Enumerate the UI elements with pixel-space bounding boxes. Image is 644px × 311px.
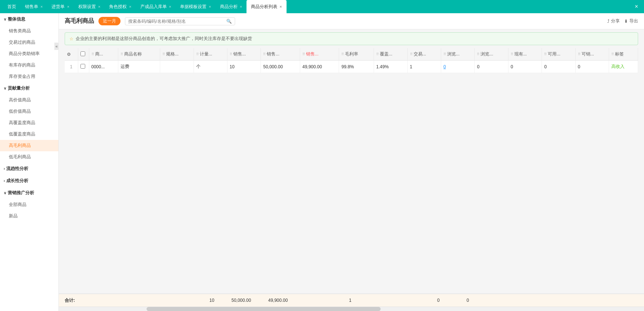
col-settings[interactable]: ⚙ xyxy=(65,48,78,61)
col-salable-stock: ⠿可销... xyxy=(575,48,609,61)
sidebar-item-high-coverage[interactable]: 高覆盖度商品 xyxy=(0,117,58,129)
export-button[interactable]: ⬇ 导出 xyxy=(624,18,638,24)
col-coverage: ⠿覆盖... xyxy=(374,48,407,61)
sidebar-group-trend[interactable]: › 流趋性分析 xyxy=(0,163,58,175)
footer-sales-qty-val: 10 xyxy=(207,298,229,303)
sidebar-item-high-value[interactable]: 高价值商品 xyxy=(0,94,58,106)
table-wrapper[interactable]: ⚙ ⠿商... ⠿商品名称 ⠿规格... ⠿计量... ⠿销售... ⠿销售..… xyxy=(59,48,644,293)
cell-tag: 高收入 xyxy=(609,61,638,73)
close-roles[interactable]: × xyxy=(129,4,131,9)
sidebar-item-in-stock[interactable]: 有库存的商品 xyxy=(0,59,58,71)
nav-finished-goods[interactable]: 产成品入库单 × xyxy=(136,0,176,13)
sidebar-item-low-value[interactable]: 低价值商品 xyxy=(0,106,58,117)
nav-roles[interactable]: 角色授权 × xyxy=(105,0,136,13)
header-actions: ⤴ 分享 ⬇ 导出 xyxy=(607,18,638,24)
sidebar-item-sales-goods[interactable]: 销售类商品 xyxy=(0,25,58,37)
nav-product-analysis[interactable]: 商品分析 × xyxy=(216,0,247,13)
close-product-analysis[interactable]: × xyxy=(240,4,242,9)
top-navigation: 首页 销售单 × 进货单 × 权限设置 × 角色授权 × 产成品入库单 × 单据… xyxy=(0,0,644,13)
sidebar-item-high-margin[interactable]: 高毛利商品 xyxy=(0,140,58,151)
arrow-icon-4: › xyxy=(4,179,5,183)
nav-template-settings[interactable]: 单据模板设置 × xyxy=(176,0,215,13)
sidebar-item-new-products[interactable]: 新品 xyxy=(0,210,58,222)
sidebar-item-low-coverage[interactable]: 低覆盖度商品 xyxy=(0,129,58,140)
tip-bar: ☆ 企业的主要的利润都是这部分商品创造的，可考虑加大推广，同时关注库存是不要出现… xyxy=(65,32,638,45)
arrow-icon-2: ∨ xyxy=(4,86,6,90)
search-box: 🔍 xyxy=(125,17,235,25)
footer-spacer2 xyxy=(376,298,406,303)
footer-available-stock: 0 xyxy=(464,298,494,303)
cell-spec xyxy=(160,61,194,73)
share-button[interactable]: ⤴ 分享 xyxy=(607,18,620,24)
sidebar-group-growth[interactable]: › 成长性分析 xyxy=(0,175,58,187)
close-all-tabs[interactable]: × xyxy=(632,3,641,10)
sidebar-item-category-rate[interactable]: 商品分类助销率 xyxy=(0,48,58,59)
close-permissions[interactable]: × xyxy=(98,4,100,9)
close-purchase-order[interactable]: × xyxy=(67,4,69,9)
cell-sales-amount: 50,000.00 xyxy=(261,61,300,73)
col-tag: ⠿标签 xyxy=(609,48,638,61)
close-template-settings[interactable]: × xyxy=(209,4,211,9)
sidebar-group-marketing[interactable]: ∨ 营销推广分析 xyxy=(0,187,58,199)
share-icon: ⤴ xyxy=(607,19,609,24)
cell-coverage: 1.49% xyxy=(374,61,407,73)
sidebar: « ∨ 整体信息 销售类商品 交易过的商品 商品分类助销率 有库存的商品 库存资… xyxy=(0,13,59,311)
settings-icon[interactable]: ⚙ xyxy=(67,52,71,57)
col-gross-margin: ⠿毛利率 xyxy=(339,48,374,61)
nav-home[interactable]: 首页 xyxy=(3,0,21,13)
col-unit: ⠿计量... xyxy=(194,48,227,61)
sidebar-item-all-goods[interactable]: 全部商品 xyxy=(0,199,58,210)
product-table: ⚙ ⠿商... ⠿商品名称 ⠿规格... ⠿计量... ⠿销售... ⠿销售..… xyxy=(65,48,638,73)
col-available-stock: ⠿可用... xyxy=(542,48,575,61)
sidebar-collapse-button[interactable]: « xyxy=(54,43,59,50)
col-sales-cost: ⠿销售... xyxy=(300,48,339,61)
nav-permissions[interactable]: 权限设置 × xyxy=(74,0,105,13)
cell-salable-stock: 0 xyxy=(575,61,609,73)
row-checkbox[interactable] xyxy=(78,61,89,73)
select-all-checkbox[interactable] xyxy=(80,51,85,56)
sidebar-item-stock-capital[interactable]: 库存资金占用 xyxy=(0,71,58,82)
footer-totals: 合计: 10 50,000.00 49,900.00 1 0 0 xyxy=(59,293,644,307)
footer-sales-amount: 50,000.00 xyxy=(229,298,266,303)
footer-spacer1 xyxy=(303,298,347,303)
search-input[interactable] xyxy=(128,19,225,24)
filter-recent-month-button[interactable]: 近一月 xyxy=(98,17,120,25)
footer-sales-qty xyxy=(90,298,207,303)
sidebar-group-overall[interactable]: ∨ 整体信息 xyxy=(0,13,58,25)
footer-trade-count: 1 xyxy=(347,298,376,303)
col-current-stock: ⠿现有... xyxy=(508,48,542,61)
arrow-icon: ∨ xyxy=(4,17,6,21)
sidebar-item-traded-goods[interactable]: 交易过的商品 xyxy=(0,37,58,48)
row-select-checkbox[interactable] xyxy=(80,64,85,69)
col-name: ⠿商品名称 xyxy=(118,48,160,61)
sidebar-item-low-margin[interactable]: 低毛利商品 xyxy=(0,151,58,163)
close-sales-order[interactable]: × xyxy=(40,4,43,9)
close-finished-goods[interactable]: × xyxy=(169,4,171,9)
footer-spacer3 xyxy=(406,298,435,303)
cell-available-stock: 0 xyxy=(542,61,575,73)
tip-icon: ☆ xyxy=(69,36,73,41)
cell-sales-cost: 49,900.00 xyxy=(300,61,339,73)
col-checkbox[interactable] xyxy=(78,48,89,61)
col-sales-amount: ⠿销售... xyxy=(261,48,300,61)
page-title: 高毛利商品 xyxy=(65,17,94,25)
cell-view-count1[interactable]: 0 xyxy=(441,61,475,73)
cell-name: 运费 xyxy=(118,61,160,73)
close-product-analysis-list[interactable]: × xyxy=(280,4,282,9)
nav-product-analysis-list[interactable]: 商品分析列表 × xyxy=(247,0,286,13)
col-view-count1: ⠿浏览... xyxy=(441,48,475,61)
nav-purchase-order[interactable]: 进货单 × xyxy=(47,0,73,13)
footer-values: 10 50,000.00 49,900.00 1 0 0 xyxy=(90,298,638,303)
col-spec: ⠿规格... xyxy=(160,48,194,61)
cell-code: 0000... xyxy=(89,61,118,73)
cell-unit: 个 xyxy=(194,61,227,73)
search-icon[interactable]: 🔍 xyxy=(226,19,232,24)
export-icon: ⬇ xyxy=(624,19,628,24)
sidebar-group-contribution[interactable]: ∨ 贡献量分析 xyxy=(0,82,58,94)
footer-sales-cost: 49,900.00 xyxy=(266,298,303,303)
cell-current-stock: 0 xyxy=(508,61,542,73)
row-index: 1 xyxy=(65,61,78,73)
horizontal-scrollbar[interactable] xyxy=(59,307,644,311)
nav-sales-order[interactable]: 销售单 × xyxy=(21,0,47,13)
col-sales-qty: ⠿销售... xyxy=(227,48,261,61)
